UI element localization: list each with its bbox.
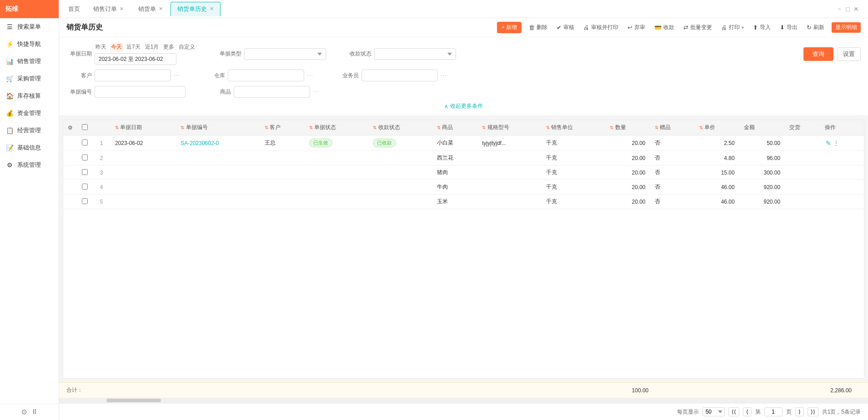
sidebar-item-sales-mgmt[interactable]: 📊 销售管理 <box>0 53 59 70</box>
collapse-filter-btn[interactable]: ∧ 收起更多条件 <box>66 102 861 110</box>
row-checkbox[interactable] <box>82 155 88 160</box>
show-detail-button[interactable]: 显示明细 <box>832 22 861 33</box>
customer-input[interactable] <box>95 70 171 81</box>
row-checkbox[interactable] <box>82 140 88 145</box>
audit-button[interactable]: ✔ 审核 <box>555 23 576 32</box>
th-price[interactable]: ⇅ 单价 <box>695 120 739 135</box>
th-goods[interactable]: ⇅ 商品 <box>432 120 477 135</box>
pay-status-select[interactable] <box>374 48 456 60</box>
staff-input[interactable] <box>361 70 438 81</box>
td-checkbox[interactable] <box>77 165 92 180</box>
sidebar-pause-btn[interactable]: ⏸ <box>31 408 38 416</box>
tab-bar: 首页 销售订单 ✕ 销货单 ✕ 销货单历史 ✕ － □ ✕ <box>59 0 868 18</box>
tab-sales-history-close[interactable]: ✕ <box>210 6 214 12</box>
goods-input[interactable] <box>234 86 310 98</box>
td-gear <box>63 195 77 209</box>
sidebar-item-ops-mgmt[interactable]: 📋 经营管理 <box>0 122 59 139</box>
th-customer[interactable]: ⇅ 客户 <box>260 120 305 135</box>
td-checkbox[interactable] <box>77 180 92 195</box>
sidebar-item-purchase-mgmt[interactable]: 🛒 采购管理 <box>0 70 59 87</box>
date-shortcut-1month[interactable]: 近1月 <box>144 43 160 51</box>
new-button[interactable]: + 新增 <box>497 22 522 33</box>
prev-page-btn[interactable]: ⟨ <box>743 407 752 416</box>
th-pay-status[interactable]: ⇅ 收款状态 <box>368 120 432 135</box>
delete-button[interactable]: 🗑 删除 <box>527 23 549 32</box>
warehouse-filter: 仓库 ··· <box>200 70 313 81</box>
date-shortcut-custom[interactable]: 自定义 <box>178 43 196 51</box>
staff-filter: 业务员 ··· <box>333 70 447 81</box>
warehouse-dots[interactable]: ··· <box>307 71 313 80</box>
batch-change-button[interactable]: ⇄ 批量变更 <box>682 23 714 32</box>
per-page-select[interactable]: 50 100 200 <box>702 407 725 416</box>
doc-type-select[interactable] <box>244 48 326 60</box>
edit-op-icon[interactable]: ✎ <box>826 140 831 147</box>
th-gear[interactable]: ⚙ <box>63 120 77 135</box>
customer-dots[interactable]: ··· <box>174 71 180 80</box>
query-button[interactable]: 查询 <box>803 47 833 61</box>
audit-print-button[interactable]: 🖨 审核并打印 <box>582 23 620 32</box>
td-checkbox[interactable] <box>77 195 92 209</box>
th-gift[interactable]: ⇅ 赠品 <box>650 120 695 135</box>
tab-sales-goods-close[interactable]: ✕ <box>159 6 163 12</box>
th-qty[interactable]: ⇅ 数量 <box>605 120 650 135</box>
sidebar-item-search-menu[interactable]: ☰ 搜索菜单 <box>0 18 59 35</box>
doc-no-input[interactable] <box>95 86 186 98</box>
goods-dots[interactable]: ··· <box>313 88 319 96</box>
sales-mgmt-icon: 📊 <box>5 57 14 65</box>
doc-no-link[interactable]: SA-20230602-0 <box>181 140 219 146</box>
sidebar-settings-btn[interactable]: ⚙ <box>21 408 27 416</box>
th-date[interactable]: ⇅ 单据日期 <box>110 120 176 135</box>
date-shortcut-today[interactable]: 今天 <box>110 43 123 51</box>
sidebar-item-base-info[interactable]: 📝 基础信息 <box>0 139 59 156</box>
row-checkbox[interactable] <box>82 184 88 190</box>
tab-home[interactable]: 首页 <box>63 5 85 13</box>
th-doc-status[interactable]: ⇅ 单据状态 <box>305 120 369 135</box>
maximize-btn[interactable]: □ <box>846 5 850 13</box>
td-customer: 王总 <box>260 135 305 151</box>
date-shortcut-yesterday[interactable]: 昨天 <box>95 43 107 51</box>
refresh-button[interactable]: ↻ 刷新 <box>805 23 826 32</box>
tab-sales-goods[interactable]: 销货单 ✕ <box>131 2 170 16</box>
sidebar-item-sys-mgmt[interactable]: ⚙ 系统管理 <box>0 156 59 174</box>
tab-sales-order-close[interactable]: ✕ <box>120 6 124 12</box>
close-btn[interactable]: ✕ <box>853 5 859 13</box>
sidebar-item-inventory[interactable]: 🏠 库存核算 <box>0 87 59 105</box>
import-button[interactable]: ⬆ 导入 <box>751 23 773 32</box>
scrollbar-area[interactable] <box>59 398 868 403</box>
last-page-btn[interactable]: ⟩⟩ <box>808 407 818 416</box>
warehouse-input[interactable] <box>228 70 304 81</box>
scrollbar-thumb[interactable] <box>106 399 161 402</box>
minimize-btn[interactable]: － <box>836 5 843 13</box>
sidebar-item-label: 资金管理 <box>17 109 41 117</box>
print-button[interactable]: 🖨 打印 ▾ <box>719 23 746 32</box>
td-goods: 西兰花 <box>432 151 477 165</box>
td-gift: 否 <box>650 180 695 195</box>
select-all-checkbox[interactable] <box>82 124 88 130</box>
abandon-button[interactable]: ↩ 弃审 <box>626 23 647 32</box>
td-checkbox[interactable] <box>77 151 92 165</box>
th-spec[interactable]: ⇅ 规格型号 <box>477 120 542 135</box>
date-shortcut-more[interactable]: 更多 <box>162 43 175 51</box>
first-page-btn[interactable]: ⟨⟨ <box>728 407 739 416</box>
th-unit[interactable]: ⇅ 销售单位 <box>542 120 606 135</box>
sidebar-item-quick-nav[interactable]: ⚡ 快捷导航 <box>0 35 59 53</box>
th-checkbox[interactable] <box>77 120 92 135</box>
more-op-icon[interactable]: ⋮ <box>833 140 839 147</box>
date-range-input[interactable] <box>95 53 176 65</box>
sidebar-item-finance[interactable]: 💰 资金管理 <box>0 105 59 122</box>
staff-dots[interactable]: ··· <box>441 71 447 80</box>
td-customer <box>260 165 305 180</box>
collect-button[interactable]: 💳 收款 <box>652 23 676 32</box>
set-button[interactable]: 设置 <box>837 47 861 61</box>
tab-sales-history[interactable]: 销货单历史 ✕ <box>171 2 221 16</box>
tab-sales-order[interactable]: 销售订单 ✕ <box>86 2 130 16</box>
page-number-input[interactable] <box>764 407 783 416</box>
row-checkbox[interactable] <box>82 198 88 204</box>
td-checkbox[interactable] <box>77 135 92 151</box>
next-page-btn[interactable]: ⟩ <box>795 407 804 416</box>
date-shortcut-7days[interactable]: 近7天 <box>125 43 141 51</box>
td-spec <box>477 151 542 165</box>
row-checkbox[interactable] <box>82 169 88 175</box>
export-button[interactable]: ⬇ 导出 <box>778 23 799 32</box>
th-doc-no[interactable]: ⇅ 单据编号 <box>176 120 260 135</box>
